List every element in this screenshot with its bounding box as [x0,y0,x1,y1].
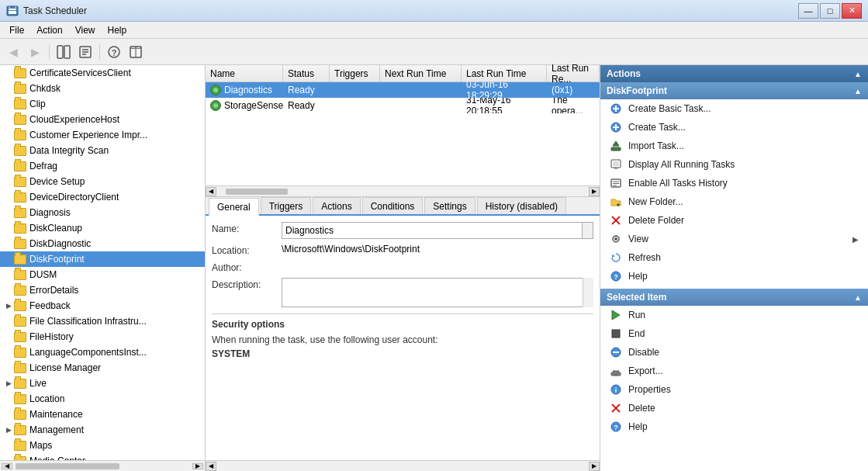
folder-icon [14,99,26,109]
col-header-last-result[interactable]: Last Run Re... [547,65,600,81]
task-name-cell: StorageSense [206,98,283,113]
close-button[interactable]: ✕ [842,3,862,19]
actions-panel: Actions ▲ DiskFootprint ▲ Create Basic T… [600,65,868,471]
action-delete-folder[interactable]: Delete Folder [600,211,868,230]
description-scrollbar[interactable] [583,278,593,307]
tree-item-errordetails[interactable]: ErrorDetails [0,282,205,298]
description-textarea[interactable] [282,278,593,307]
tree-item-defrag[interactable]: Defrag [0,158,205,174]
book-button[interactable] [126,42,146,62]
nav-arrows: ◀ ▶ [3,42,45,62]
tree-item-mediacenter[interactable]: Media Center [0,453,205,460]
action-export[interactable]: Export... [600,362,868,380]
name-input[interactable] [282,222,583,239]
tab-general[interactable]: General [209,198,259,216]
security-section: Security options When running the task, … [212,313,593,359]
col-header-name[interactable]: Name [206,65,283,81]
tree-item-chkdsk[interactable]: Chkdsk [0,81,205,96]
show-hide-button[interactable] [54,42,74,62]
tree-item-clip[interactable]: Clip [0,96,205,112]
action-create-basic[interactable]: Create Basic Task... [600,99,868,118]
detail-horizontal-scrollbar[interactable]: ◀ ▶ [206,460,600,471]
action-disable[interactable]: Disable [600,343,868,362]
tree-item-fileclassification[interactable]: File Classification Infrastru... [0,313,205,329]
back-button[interactable]: ◀ [3,42,23,62]
tree-item-device-dir[interactable]: DeviceDirectoryClient [0,189,205,205]
svg-rect-4 [9,10,16,11]
tree-item-maintenance[interactable]: Maintenance [0,407,205,422]
tree-item-maps[interactable]: Maps [0,438,205,453]
tree-item-label: Defrag [29,161,57,171]
diskfootprint-section-header[interactable]: DiskFootprint ▲ [600,82,868,99]
tree-item-dusm[interactable]: DUSM [0,267,205,282]
col-header-status[interactable]: Status [283,65,330,81]
delete-folder-label: Delete Folder [628,215,684,226]
task-last-result-cell: The opera... [547,98,600,113]
menu-help[interactable]: Help [102,23,133,37]
tree-item-device-setup[interactable]: Device Setup [0,174,205,189]
tab-settings[interactable]: Settings [424,197,475,214]
action-end[interactable]: End [600,324,868,343]
action-enable-history[interactable]: Enable All Tasks History [600,174,868,192]
folder-icon [14,441,26,451]
action-view[interactable]: View ▶ [600,230,868,248]
tree-item-license[interactable]: License Manager [0,360,205,376]
description-label: Description: [212,278,282,290]
tab-triggers[interactable]: Triggers [261,197,312,214]
action-help-selected[interactable]: ? Help [600,417,868,436]
tree-item-diskcleanup[interactable]: DiskCleanup [0,220,205,236]
action-delete[interactable]: Delete [600,399,868,417]
tree-item-diskfootprint[interactable]: DiskFootprint [0,251,205,267]
tree-item-cloud[interactable]: CloudExperienceHost [0,112,205,127]
description-container [282,278,593,307]
action-help-main[interactable]: ? Help [600,267,868,286]
menu-file[interactable]: File [3,23,30,37]
col-header-triggers[interactable]: Triggers [330,65,380,81]
tree-item-management[interactable]: ▶ Management [0,422,205,438]
folder-icon [14,301,26,311]
tree-item-filehistory[interactable]: FileHistory [0,329,205,345]
tree-horizontal-scrollbar[interactable]: ◀ ▶ [0,460,205,471]
action-refresh[interactable]: Refresh [600,248,868,267]
action-import[interactable]: Import Task... [600,137,868,155]
folder-icon [14,223,26,234]
action-new-folder[interactable]: New Folder... [600,192,868,211]
tree-item-feedback[interactable]: ▶ Feedback [0,298,205,313]
col-header-last-run[interactable]: Last Run Time [462,65,547,81]
menu-action[interactable]: Action [30,23,68,37]
tab-history[interactable]: History (disabled) [477,197,566,214]
minimize-button[interactable]: — [798,3,818,19]
tree-item-live[interactable]: ▶ Live [0,376,205,391]
tree-item-data-integrity[interactable]: Data Integrity Scan [0,143,205,158]
tree-item-customer[interactable]: Customer Experience Impr... [0,127,205,143]
create-basic-label: Create Basic Task... [628,103,711,114]
tasks-horizontal-scrollbar[interactable]: ◀ ▶ [206,185,600,196]
selected-item-header[interactable]: Selected Item ▲ [600,289,868,306]
tree-item-label: Device Setup [29,176,85,187]
toolbar-separator-2 [99,44,100,60]
tree-item-location[interactable]: Location [0,391,205,407]
tasks-row-diagnostics[interactable]: Diagnostics Ready 03-Jun-16 18:29:29 (0x… [206,82,600,98]
action-run[interactable]: Run [600,306,868,324]
action-properties[interactable]: i Properties [600,380,868,399]
action-create-task[interactable]: Create Task... [600,118,868,137]
tree-item-language[interactable]: LanguageComponentsInst... [0,345,205,360]
maximize-button[interactable]: □ [820,3,840,19]
tree-scroll[interactable]: CertificateServicesClient Chkdsk Clip Cl… [0,65,205,460]
actions-section-header[interactable]: Actions ▲ [600,65,868,82]
col-header-next-run[interactable]: Next Run Time [380,65,462,81]
tasks-row-storagesense[interactable]: StorageSense Ready 31-May-16 20:18:55 Th… [206,98,600,113]
action-display-all[interactable]: Display All Running Tasks [600,155,868,174]
tree-item-diskdiagnostic[interactable]: DiskDiagnostic [0,236,205,251]
menu-view[interactable]: View [69,23,102,37]
tree-item-certificate[interactable]: CertificateServicesClient [0,65,205,81]
tab-conditions[interactable]: Conditions [362,197,424,214]
task-status-icon [210,85,221,95]
svg-rect-2 [9,6,10,9]
properties-button[interactable] [75,42,95,62]
help-button[interactable]: ? [104,42,124,62]
folder-icon [14,115,26,125]
tab-actions[interactable]: Actions [313,197,360,214]
forward-button[interactable]: ▶ [25,42,45,62]
tree-item-diagnosis[interactable]: Diagnosis [0,205,205,220]
